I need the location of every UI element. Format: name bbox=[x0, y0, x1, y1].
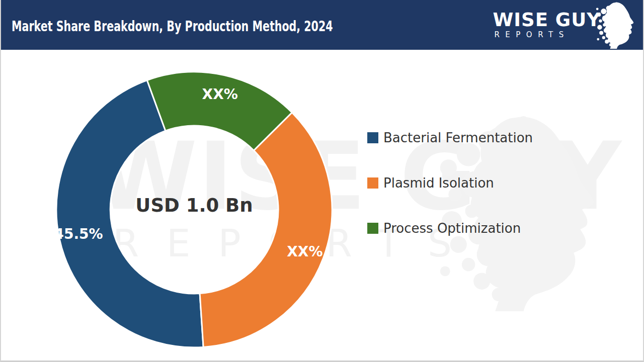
legend-label: Plasmid Isolation bbox=[383, 175, 494, 191]
segment-value-label: XX% bbox=[287, 243, 323, 260]
legend-swatch bbox=[367, 132, 378, 143]
legend-swatch bbox=[367, 223, 378, 234]
logo-wordmark: WISE GUY bbox=[493, 11, 601, 29]
segment-value-label: 45.5% bbox=[54, 226, 103, 242]
legend-item-plasmid-isolation: Plasmid Isolation bbox=[367, 175, 533, 191]
legend-label: Bacterial Fermentation bbox=[383, 130, 533, 145]
chart-area: WISE GUY REPORTS 45.5%XX%XX% USD 1.0 Bn … bbox=[1, 50, 643, 359]
wiseguy-logo: WISE GUY REPORTS bbox=[493, 0, 638, 50]
chart-center-value: USD 1.0 Bn bbox=[135, 195, 253, 216]
chart-legend: Bacterial FermentationPlasmid IsolationP… bbox=[367, 130, 533, 236]
legend-item-process-optimization: Process Optimization bbox=[367, 221, 533, 236]
logo-text: WISE GUY REPORTS bbox=[493, 11, 601, 39]
legend-label: Process Optimization bbox=[383, 221, 521, 236]
report-page: Market Share Breakdown, By Production Me… bbox=[0, 0, 644, 362]
logo-subtitle: REPORTS bbox=[494, 30, 601, 39]
legend-swatch bbox=[367, 177, 378, 189]
header: Market Share Breakdown, By Production Me… bbox=[1, 0, 643, 50]
legend-item-bacterial-fermentation: Bacterial Fermentation bbox=[367, 130, 533, 145]
page-title: Market Share Breakdown, By Production Me… bbox=[12, 16, 333, 35]
segment-value-label: XX% bbox=[202, 86, 238, 103]
donut-chart: 45.5%XX%XX% bbox=[1, 50, 644, 359]
donut-segment-plasmid-isolation bbox=[200, 113, 332, 347]
